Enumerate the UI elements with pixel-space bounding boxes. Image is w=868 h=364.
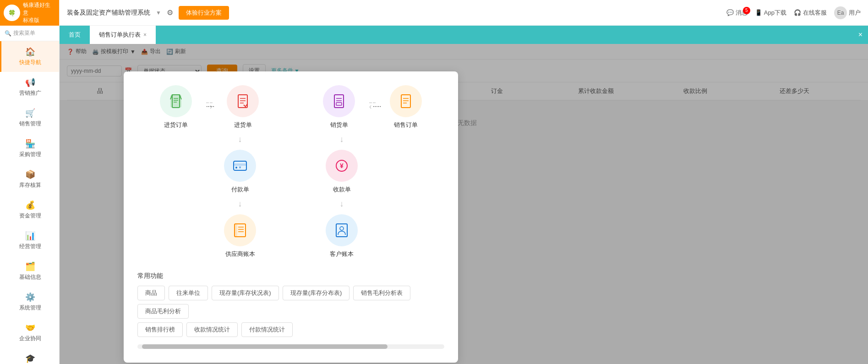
sidebar: 🍀 畅康通好生意 标准版 🔍 搜索菜单 🏠 快捷导航 📢 营销推广 🛒 销售管理: [0, 0, 60, 364]
sales-icon: 🛒: [25, 108, 35, 118]
func-btn-product-margin[interactable]: 商品毛利分析: [137, 304, 189, 319]
flow-item-supplier-ledger[interactable]: 供应商账本: [210, 214, 270, 258]
svg-point-29: [340, 227, 344, 230]
customer-ledger-icon: [326, 214, 358, 246]
customer-ledger-label: 客户账本: [330, 250, 354, 258]
purchase-order-label: 进货订单: [164, 121, 188, 129]
tab-home[interactable]: 首页: [60, 26, 90, 44]
sidebar-item-operations[interactable]: 📊 经营管理: [0, 225, 59, 256]
topbar-system-title: 装备及固定资产辅助管理系统: [67, 9, 150, 17]
marketing-icon: 📢: [25, 77, 35, 87]
func-btn-sales-ranking[interactable]: 销售排行榜: [137, 322, 183, 337]
phone-icon: 📱: [755, 9, 762, 16]
flow-item-receipt[interactable]: ¥ 收款单: [312, 150, 371, 194]
sidebar-item-basic-info[interactable]: 🗂️ 基础信息: [0, 256, 59, 287]
sidebar-nav: 🏠 快捷导航 📢 营销推广 🛒 销售管理 🏪 采购管理 📦 库存核算 💰: [0, 41, 59, 364]
sidebar-item-system[interactable]: ⚙️ 系统管理: [0, 287, 59, 317]
flow-row-arrows: ↓ ↓: [137, 134, 444, 145]
inventory-icon: 📦: [25, 169, 35, 179]
func-btn-product[interactable]: 商品: [137, 286, 165, 300]
basic-info-icon: 🗂️: [25, 261, 35, 272]
enterprise-icon: 🤝: [25, 323, 35, 333]
tab-close-btn[interactable]: ×: [143, 32, 147, 38]
func-btn-receipt-stats[interactable]: 收款情况统计: [186, 322, 238, 337]
modal-overlay[interactable]: 进货订单 ·····› 进货单: [60, 44, 868, 364]
quick-nav-icon: 🏠: [25, 47, 35, 57]
beginner-icon: 🎓: [25, 353, 35, 364]
sidebar-search[interactable]: 🔍 搜索菜单: [0, 26, 59, 41]
flow-item-sales-order[interactable]: 销售订单: [376, 85, 436, 129]
sidebar-logo: 🍀 畅康通好生意 标准版: [0, 0, 59, 26]
arrow-down-supplier: ↓: [210, 198, 270, 210]
func-btn-stock-status[interactable]: 现存量(库存状况表): [212, 286, 279, 300]
topbar: 装备及固定资产辅助管理系统 ▼ ⚙ 体验行业方案 💬 消息 5 📱 App下载 …: [60, 0, 868, 26]
sales-order-icon: [390, 85, 422, 117]
sidebar-item-enterprise[interactable]: 🤝 企业协同: [0, 317, 59, 348]
sidebar-item-beginner[interactable]: 🎓 新手引导: [0, 348, 59, 364]
sidebar-item-quick-nav[interactable]: 🏠 快捷导航: [0, 41, 59, 72]
common-funcs-title: 常用功能: [137, 272, 444, 280]
svg-text:¥: ¥: [239, 165, 241, 169]
message-icon: 💬: [726, 9, 734, 16]
sidebar-item-inventory[interactable]: 📦 库存核算: [0, 164, 59, 195]
flow-item-customer-ledger[interactable]: 客户账本: [312, 214, 371, 258]
tabbar: 首页 销售订单执行表 × ×: [60, 26, 868, 44]
receipt-label: 收款单: [333, 185, 351, 194]
receipt-icon: ¥: [326, 150, 358, 182]
sidebar-item-finance[interactable]: 💰 资金管理: [0, 195, 59, 225]
func-buttons-row-2: 销售排行榜 收款情况统计 付款情况统计: [137, 322, 444, 337]
service-icon: 🎧: [794, 9, 801, 16]
supplier-ledger-icon: [224, 214, 256, 246]
tabbar-close-icon[interactable]: ×: [858, 31, 863, 39]
system-icon: ⚙️: [25, 292, 35, 302]
user-menu[interactable]: Ea 用户: [834, 6, 861, 19]
logo-text: 畅康通好生意 标准版: [23, 1, 55, 24]
topbar-dropdown-icon[interactable]: ▼: [156, 10, 161, 16]
online-service-btn[interactable]: 🎧 在线客服: [794, 9, 827, 17]
content-area: ❓ 帮助 🖨️ 按模板打印 ▼ 📤 导出 🔄 刷新: [60, 44, 868, 364]
func-btn-trading-unit[interactable]: 往来单位: [169, 286, 208, 300]
func-btn-sales-margin[interactable]: 销售毛利分析表: [353, 286, 410, 300]
topbar-settings-icon[interactable]: ⚙: [167, 8, 173, 17]
flow-row-1: 进货订单 ·····› 进货单: [137, 85, 444, 129]
sidebar-item-purchase[interactable]: 🏪 采购管理: [0, 133, 59, 164]
arrow-down-receipt: ↓: [312, 134, 371, 145]
flow-item-purchase-order[interactable]: 进货订单: [146, 85, 206, 129]
func-btn-payment-stats[interactable]: 付款情况统计: [241, 322, 293, 337]
scrollbar-thumb[interactable]: [142, 344, 388, 349]
sidebar-item-marketing[interactable]: 📢 营销推广: [0, 72, 59, 103]
finance-icon: 💰: [25, 200, 35, 210]
purchase-bill-label: 进货单: [234, 121, 252, 129]
arrow-down-customer: ↓: [312, 198, 371, 210]
message-badge: 5: [743, 7, 750, 14]
tab-sales-order-exec[interactable]: 销售订单执行表 ×: [90, 26, 156, 44]
supplier-ledger-label: 供应商账本: [225, 250, 255, 258]
message-btn[interactable]: 💬 消息 5: [726, 9, 748, 17]
sales-bill-icon: [323, 85, 355, 117]
func-buttons-row-1: 商品 往来单位 现存量(库存状况表) 现存量(库存分布表) 销售毛利分析表 商品…: [137, 286, 444, 319]
purchase-order-icon: [160, 85, 192, 117]
func-btn-stock-distribution[interactable]: 现存量(库存分布表): [283, 286, 350, 300]
flow-row-arrows-2: ↓ ↓: [137, 198, 444, 210]
main-content: 装备及固定资产辅助管理系统 ▼ ⚙ 体验行业方案 💬 消息 5 📱 App下载 …: [60, 0, 868, 364]
sidebar-item-sales[interactable]: 🛒 销售管理: [0, 103, 59, 133]
arrow-sales-order-to-bill: ‹·····: [369, 103, 376, 112]
purchase-bill-icon: [227, 85, 259, 117]
sales-order-label: 销售订单: [394, 121, 418, 129]
arrow-purchase-to-bill: ·····›: [206, 103, 213, 112]
purchase-icon: 🏪: [25, 139, 35, 149]
svg-point-19: [235, 167, 237, 168]
svg-rect-9: [334, 95, 344, 108]
flow-item-sales-bill[interactable]: 销货单: [309, 85, 369, 129]
sales-bill-label: 销货单: [330, 121, 348, 129]
app-download-btn[interactable]: 📱 App下载: [755, 9, 786, 17]
flow-row-2: ¥ 付款单 ¥ 收款单: [137, 150, 444, 194]
flow-item-purchase-bill[interactable]: 进货单: [213, 85, 273, 129]
modal-scrollbar[interactable]: [137, 344, 444, 349]
experience-btn[interactable]: 体验行业方案: [179, 6, 229, 20]
flow-diagram: 进货订单 ·····› 进货单: [137, 85, 444, 263]
arrow-down-payment: ↓: [210, 134, 270, 145]
flow-item-payment[interactable]: ¥ 付款单: [210, 150, 270, 194]
flow-modal: 进货订单 ·····› 进货单: [124, 71, 458, 363]
flow-row-3: 供应商账本 客户账本: [137, 214, 444, 258]
